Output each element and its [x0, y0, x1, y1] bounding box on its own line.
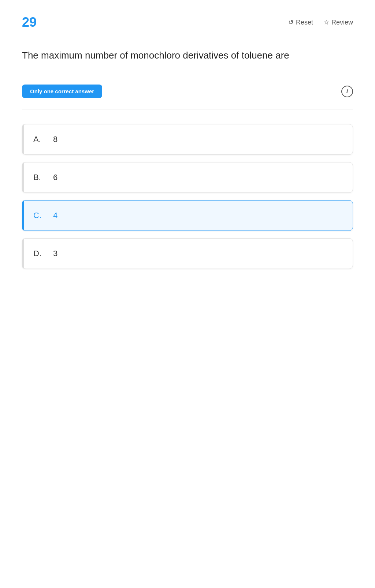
question-text: The maximum number of monochloro derivat…	[22, 48, 297, 63]
option-a[interactable]: A. 8	[22, 124, 353, 155]
reset-icon: ↺	[288, 18, 294, 26]
option-c-label: C.	[33, 211, 44, 220]
page-header: 29 ↺ Reset ☆ Review	[22, 15, 353, 30]
option-d-label: D.	[33, 249, 44, 258]
question-number: 29	[22, 15, 37, 30]
option-c[interactable]: C. 4	[22, 200, 353, 231]
option-c-value: 4	[53, 211, 57, 220]
option-b[interactable]: B. 6	[22, 162, 353, 193]
info-button[interactable]: i	[341, 86, 353, 97]
divider	[22, 109, 353, 109]
reset-button[interactable]: ↺ Reset	[288, 18, 313, 26]
option-d[interactable]: D. 3	[22, 238, 353, 269]
option-a-label: A.	[33, 135, 44, 144]
badge-row: Only one correct answer i	[22, 85, 353, 98]
header-actions: ↺ Reset ☆ Review	[288, 18, 353, 26]
options-list: A. 8 B. 6 C. 4 D. 3	[22, 124, 353, 269]
star-icon: ☆	[323, 18, 329, 26]
option-d-value: 3	[53, 249, 57, 258]
reset-label: Reset	[296, 19, 313, 26]
option-b-label: B.	[33, 173, 44, 182]
option-b-value: 6	[53, 173, 57, 182]
review-label: Review	[331, 19, 353, 26]
option-a-value: 8	[53, 135, 57, 144]
answer-type-badge: Only one correct answer	[22, 85, 102, 98]
review-button[interactable]: ☆ Review	[323, 18, 353, 26]
